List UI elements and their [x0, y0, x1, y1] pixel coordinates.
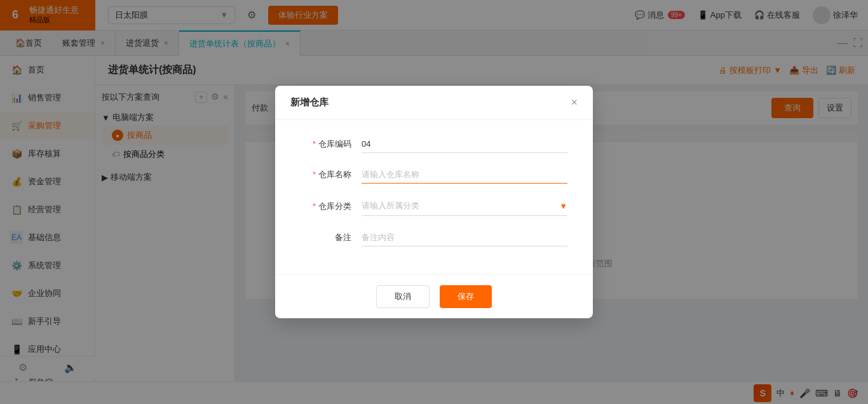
form-row-category: 仓库分类 请输入所属分类 ▼	[301, 196, 567, 216]
form-row-code: 仓库编码	[301, 135, 567, 153]
form-row-remark: 备注	[301, 229, 567, 246]
modal-overlay: 新增仓库 × 仓库编码 仓库名称 仓库分类 请输入所属分类 ▼	[0, 0, 868, 404]
warehouse-code-input[interactable]	[362, 135, 567, 153]
save-button[interactable]: 保存	[440, 285, 492, 308]
modal-header: 新增仓库 ×	[275, 86, 593, 120]
warehouse-category-placeholder: 请输入所属分类	[362, 200, 419, 212]
warehouse-name-label: 仓库名称	[301, 169, 351, 180]
warehouse-category-select[interactable]: 请输入所属分类 ▼	[362, 196, 567, 216]
remark-input[interactable]	[362, 229, 567, 246]
modal-footer: 取消 保存	[275, 274, 593, 318]
modal-body: 仓库编码 仓库名称 仓库分类 请输入所属分类 ▼ 备注	[275, 120, 593, 274]
warehouse-name-input[interactable]	[362, 166, 567, 184]
new-warehouse-modal: 新增仓库 × 仓库编码 仓库名称 仓库分类 请输入所属分类 ▼	[275, 86, 593, 318]
warehouse-category-arrow-icon: ▼	[559, 201, 567, 211]
warehouse-code-label: 仓库编码	[301, 138, 351, 150]
modal-close-icon[interactable]: ×	[571, 96, 578, 109]
warehouse-category-label: 仓库分类	[301, 201, 351, 212]
cancel-button[interactable]: 取消	[376, 285, 430, 308]
modal-title: 新增仓库	[290, 97, 329, 109]
form-row-name: 仓库名称	[301, 166, 567, 184]
remark-label: 备注	[301, 232, 351, 243]
